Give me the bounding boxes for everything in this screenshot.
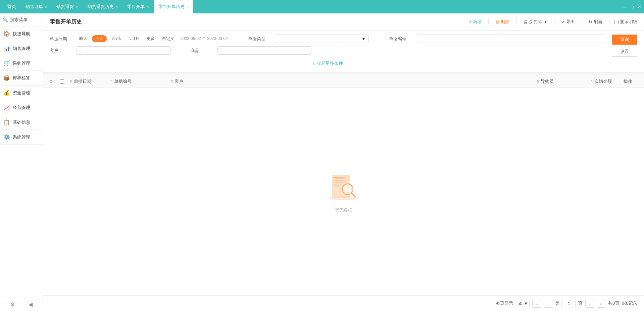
type-select[interactable]: ▼ <box>275 35 369 43</box>
date-more[interactable]: 更多 <box>144 35 157 42</box>
date-today[interactable]: 今天 <box>92 35 107 42</box>
page-word: 第 <box>555 300 559 306</box>
collapse-icon: ∧ <box>312 61 315 66</box>
col-header-guide[interactable]: ⇅ 导购员 <box>534 79 574 85</box>
display-label: 显示明细 <box>620 19 637 25</box>
refresh-button[interactable]: ↻ 刷新 <box>587 17 604 26</box>
column-settings-icon[interactable]: ⚙ <box>46 79 56 84</box>
sidebar-icon-operations: 📈 <box>3 104 10 111</box>
collapse-button[interactable]: ∧ 收起更多条件 <box>301 59 354 68</box>
action-buttons: 查询 设置 <box>612 35 637 57</box>
tab-close-retail-open[interactable]: × <box>147 5 149 9</box>
sidebar-item-sales[interactable]: 📊销售管理 <box>0 41 43 56</box>
sort-asc-icon: ⇅ <box>70 80 72 83</box>
header-checkbox[interactable] <box>60 79 64 84</box>
tab-home[interactable]: 首页 <box>3 0 21 13</box>
col-date-label: 单据日期 <box>74 79 91 85</box>
customer-input[interactable]: … <box>77 46 170 55</box>
tab-sales-order[interactable]: 销售订单× <box>21 0 52 13</box>
svg-point-9 <box>345 187 347 189</box>
date-yesterday[interactable]: 昨天 <box>77 35 90 42</box>
tab-close-sales-return-history[interactable]: × <box>116 5 118 9</box>
page-header: 零售开单历史 + 新增 🗑 删除 🖨 🖨 打印 ▼ ↗ 导出 ↻ <box>43 13 644 31</box>
col-header-date[interactable]: ⇅ 单据日期 <box>67 79 107 85</box>
window-controls: — □ ✕ <box>623 4 641 9</box>
divider5 <box>609 19 609 24</box>
sidebar-item-system[interactable]: ⚙️系统管理 <box>0 130 43 145</box>
per-page-select[interactable]: 50 ▼ <box>516 300 530 307</box>
sidebar-item-finance[interactable]: 💰资金管理 <box>0 86 43 100</box>
divider3 <box>554 19 554 24</box>
col-num-label: 单据编号 <box>114 79 132 85</box>
export-button[interactable]: ↗ 导出 <box>559 17 577 26</box>
sidebar-icon-purchase: 🛒 <box>3 60 10 66</box>
minimize-btn[interactable]: — <box>623 4 627 9</box>
delete-button[interactable]: 🗑 删除 <box>493 17 512 26</box>
next-page-btn[interactable]: › <box>585 299 594 308</box>
svg-rect-5 <box>334 185 340 186</box>
print-chevron: ▼ <box>544 20 547 24</box>
sidebar-search[interactable]: 🔍 搜索菜单 <box>0 13 43 27</box>
sidebar-item-inventory[interactable]: 📦库存核算 <box>0 71 43 86</box>
empty-illustration <box>324 170 364 203</box>
sidebar-icon-finance: 💰 <box>3 90 10 96</box>
sidebar-item-basic-info[interactable]: 📋基础信息 <box>0 115 43 130</box>
sidebar-item-quick-nav[interactable]: 🏠快捷导航 <box>0 27 43 41</box>
tab-close-retail-history[interactable]: × <box>187 5 189 9</box>
sidebar-item-operations[interactable]: 📈经营管理 <box>0 100 43 115</box>
table-header: ⚙ ⇅ 单据日期 ⇅ 单据编号 ⇅ 客户 ⇅ 导购员 <box>43 75 644 88</box>
print-label: 🖨 打印 <box>528 19 543 25</box>
print-button[interactable]: 🖨 🖨 打印 ▼ <box>521 17 549 26</box>
tab-retail-history[interactable]: 零售开单历史× <box>154 0 193 13</box>
sidebar: 🔍 搜索菜单 🏠快捷导航📊销售管理🛒采购管理📦库存核算💰资金管理📈经营管理📋基础… <box>0 13 43 311</box>
tab-close-sales-order[interactable]: × <box>45 5 47 9</box>
maximize-btn[interactable]: □ <box>631 4 634 9</box>
close-btn[interactable]: ✕ <box>638 4 641 9</box>
sidebar-icon-inventory: 📦 <box>3 75 10 81</box>
number-input[interactable] <box>416 35 605 43</box>
collapse-footer-icon[interactable]: ◀ <box>29 301 33 308</box>
col-header-amount[interactable]: ⇅ 实销金额 <box>574 79 614 85</box>
tab-sales-return-history[interactable]: 销货退货历史× <box>83 0 122 13</box>
col-guide-label: 导购员 <box>541 79 554 85</box>
sidebar-icon-sales: 📊 <box>3 45 10 52</box>
display-toggle[interactable]: 显示明细 <box>614 19 637 25</box>
tab-retail-open[interactable]: 零售开单× <box>122 0 153 13</box>
prev-page-btn[interactable]: ‹ <box>544 299 552 308</box>
col-customer-label: 客户 <box>175 79 183 85</box>
col-amount-label: 实销金额 <box>594 79 612 85</box>
sort-guide-icon: ⇅ <box>537 80 539 83</box>
tab-close-sales-return[interactable]: × <box>76 5 78 9</box>
page-number-input[interactable] <box>562 300 576 307</box>
last-page-btn[interactable]: » <box>597 299 605 308</box>
customer-placeholder: … <box>80 48 84 53</box>
search-icon: 🔍 <box>3 17 8 22</box>
first-page-btn[interactable]: « <box>532 299 541 308</box>
col-header-number[interactable]: ⇅ 单据编号 <box>107 79 168 85</box>
sort-num-icon: ⇅ <box>110 80 113 83</box>
settings-button[interactable]: 设置 <box>612 47 637 57</box>
per-page-value: 50 <box>517 301 522 306</box>
query-button[interactable]: 查询 <box>612 35 637 45</box>
add-button[interactable]: + 新增 <box>467 17 484 26</box>
sidebar-footer: ⚙ ◀ <box>0 298 43 311</box>
select-all-checkbox[interactable] <box>56 79 67 84</box>
number-label: 单据编号 <box>389 36 409 42</box>
date-7days[interactable]: 近7天 <box>109 35 125 42</box>
col-header-customer[interactable]: ⇅ 客户 <box>168 79 534 85</box>
divider2 <box>516 19 516 24</box>
date-custom[interactable]: 自定义 <box>159 35 177 42</box>
display-checkbox[interactable] <box>614 20 618 24</box>
svg-rect-2 <box>334 177 345 178</box>
sort-amount-icon: ⇅ <box>590 80 593 83</box>
date-1month[interactable]: 近1月 <box>127 35 142 42</box>
per-page-label: 每页显示 <box>496 300 513 306</box>
tab-sales-return[interactable]: 销货退货× <box>52 0 83 13</box>
content-area: 零售开单历史 + 新增 🗑 删除 🖨 🖨 打印 ▼ ↗ 导出 ↻ <box>43 13 644 311</box>
sidebar-item-purchase[interactable]: 🛒采购管理 <box>0 56 43 71</box>
sidebar-items: 🏠快捷导航📊销售管理🛒采购管理📦库存核算💰资金管理📈经营管理📋基础信息⚙️系统管… <box>0 27 43 145</box>
goods-input[interactable]: … <box>217 46 311 55</box>
settings-footer-icon[interactable]: ⚙ <box>10 301 15 308</box>
divider4 <box>582 19 582 24</box>
main-layout: 🔍 搜索菜单 🏠快捷导航📊销售管理🛒采购管理📦库存核算💰资金管理📈经营管理📋基础… <box>0 13 644 311</box>
